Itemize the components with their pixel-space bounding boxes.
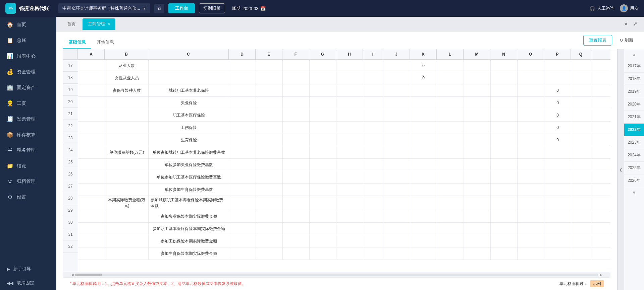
workbench-button[interactable]: 工作台 (168, 3, 195, 13)
cell-19-J[interactable] (383, 84, 410, 96)
year-2022[interactable]: 2022年 (624, 124, 644, 136)
cell-25-B[interactable] (105, 159, 149, 171)
cell-29-J[interactable] (383, 210, 410, 222)
cell-31-O[interactable] (518, 235, 544, 247)
scroll-left-button[interactable]: ◀ (70, 273, 75, 277)
cell-26-P[interactable] (544, 171, 571, 183)
close-icon[interactable]: × (108, 22, 110, 26)
cell-29-N[interactable] (491, 210, 518, 222)
cell-32-J[interactable] (383, 247, 410, 260)
cell-24-A[interactable] (78, 146, 105, 158)
cell-20-K[interactable] (410, 97, 437, 109)
tab-business[interactable]: 工商管理 × (83, 18, 115, 30)
cell-25-H[interactable] (336, 159, 363, 171)
cell-20-I[interactable] (363, 97, 383, 109)
sidebar-item-finance[interactable]: 💰 资金管理 (0, 64, 56, 80)
sidebar-item-invoice[interactable]: 🧾 发票管理 (0, 111, 56, 127)
cell-19-Q[interactable] (571, 84, 591, 96)
cell-22-H[interactable] (336, 122, 363, 134)
cell-21-P[interactable]: 0 (544, 109, 571, 121)
sidebar-item-guide[interactable]: ▶ 新手引导 (0, 262, 56, 276)
cell-22-G[interactable] (310, 122, 336, 134)
company-selector[interactable]: 中审众环会计师事务所（特殊普通合伙... ▼ (58, 3, 150, 13)
cell-20-L[interactable] (437, 97, 464, 109)
cell-32-N[interactable] (491, 247, 518, 260)
cell-28-L[interactable] (437, 196, 464, 210)
cell-28-E[interactable] (256, 196, 283, 210)
sidebar-item-assets[interactable]: 🏢 固定资产 (0, 80, 56, 95)
cell-29-A[interactable] (78, 210, 105, 222)
cell-19-E[interactable] (256, 84, 283, 96)
cell-31-A[interactable] (78, 235, 105, 247)
cell-31-D[interactable] (229, 235, 256, 247)
h-scroll-track[interactable] (75, 274, 598, 276)
cell-28-H[interactable] (336, 196, 363, 210)
cell-21-F[interactable] (283, 109, 310, 121)
cell-24-D[interactable] (229, 146, 256, 158)
cell-23-O[interactable] (518, 134, 544, 146)
cell-18-J[interactable] (383, 72, 410, 84)
cell-32-P[interactable] (544, 247, 571, 260)
cell-32-B[interactable] (105, 247, 149, 260)
cell-23-B[interactable] (105, 134, 149, 146)
year-2023[interactable]: 2023年 (624, 136, 644, 149)
cell-26-Q[interactable] (571, 171, 591, 183)
cell-25-Q[interactable] (571, 159, 591, 171)
cell-22-I[interactable] (363, 122, 383, 134)
cell-18-D[interactable] (229, 72, 256, 84)
cell-19-L[interactable] (437, 84, 464, 96)
cell-23-N[interactable] (491, 134, 518, 146)
cell-27-I[interactable] (363, 184, 383, 196)
cell-18-K[interactable]: 0 (410, 72, 437, 84)
cell-23-P[interactable]: 0 (544, 134, 571, 146)
sub-tab-basic[interactable]: 基础信息 (63, 37, 91, 49)
cell-27-C[interactable]: 单位参加生育保险缴费基数 (149, 184, 229, 196)
cell-18-I[interactable] (363, 72, 383, 84)
cell-19-D[interactable] (229, 84, 256, 96)
cell-22-D[interactable] (229, 122, 256, 134)
cell-30-O[interactable] (518, 223, 544, 235)
cell-25-I[interactable] (363, 159, 383, 171)
cell-29-C[interactable]: 参加失业保险本期实际缴费金额 (149, 210, 229, 222)
cell-27-K[interactable] (410, 184, 437, 196)
cell-31-H[interactable] (336, 235, 363, 247)
cell-31-F[interactable] (283, 235, 310, 247)
cell-26-N[interactable] (491, 171, 518, 183)
cell-30-P[interactable] (544, 223, 571, 235)
cell-20-Q[interactable] (571, 97, 591, 109)
sidebar-item-tax[interactable]: 🏛 税务管理 (0, 143, 56, 158)
cell-32-Q[interactable] (571, 247, 591, 260)
cell-22-B[interactable] (105, 122, 149, 134)
sidebar-item-closing[interactable]: 📁 结账 (0, 158, 56, 174)
cell-27-L[interactable] (437, 184, 464, 196)
cell-19-F[interactable] (283, 84, 310, 96)
sub-tab-other[interactable]: 其他信息 (91, 37, 119, 49)
cell-31-K[interactable] (410, 235, 437, 247)
cell-23-D[interactable] (229, 134, 256, 146)
cell-23-L[interactable] (437, 134, 464, 146)
cell-25-E[interactable] (256, 159, 283, 171)
cell-17-F[interactable] (283, 60, 310, 72)
cell-30-A[interactable] (78, 223, 105, 235)
cell-27-M[interactable] (464, 184, 491, 196)
cell-30-Q[interactable] (571, 223, 591, 235)
cell-30-H[interactable] (336, 223, 363, 235)
cell-28-G[interactable] (310, 196, 336, 210)
cell-26-I[interactable] (363, 171, 383, 183)
cell-28-A[interactable] (78, 196, 105, 210)
year-2024[interactable]: 2024年 (624, 149, 644, 162)
cell-20-F[interactable] (283, 97, 310, 109)
cell-19-G[interactable] (310, 84, 336, 96)
cell-32-A[interactable] (78, 247, 105, 260)
cell-24-H[interactable] (336, 146, 363, 158)
cell-17-N[interactable] (491, 60, 518, 72)
cell-25-J[interactable] (383, 159, 410, 171)
cell-23-H[interactable] (336, 134, 363, 146)
sidebar-item-payroll[interactable]: 👷 工资 (0, 95, 56, 111)
cell-31-N[interactable] (491, 235, 518, 247)
cell-18-A[interactable] (78, 72, 105, 84)
cell-29-I[interactable] (363, 210, 383, 222)
cell-32-D[interactable] (229, 247, 256, 260)
cell-29-O[interactable] (518, 210, 544, 222)
year-2025[interactable]: 2025年 (624, 162, 644, 174)
